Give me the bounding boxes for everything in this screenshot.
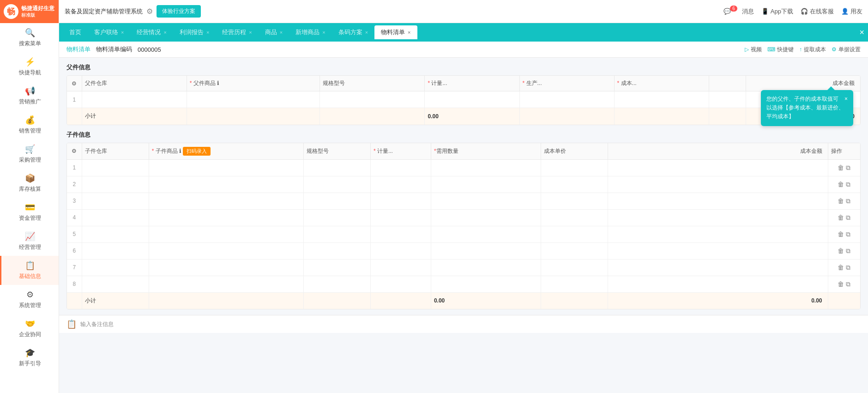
child-row-5-warehouse[interactable]: [82, 226, 149, 242]
sidebar-item-operations[interactable]: 📈经营管理: [0, 227, 59, 256]
sidebar-item-marketing[interactable]: 📢营销推广: [0, 81, 59, 110]
tab-close-profit[interactable]: ×: [206, 30, 209, 35]
copy-icon-1[interactable]: ⧉: [846, 164, 850, 172]
sidebar-item-guide[interactable]: 🎓新手引导: [0, 343, 59, 372]
delete-icon-7[interactable]: 🗑: [838, 264, 844, 272]
child-row-7-qty[interactable]: [431, 259, 541, 276]
child-row-1-spec[interactable]: [303, 159, 370, 176]
child-row-8-product[interactable]: [149, 276, 303, 292]
child-row-2-qty[interactable]: [431, 176, 541, 193]
tab-new_goods[interactable]: 新增商品×: [289, 25, 332, 39]
child-row-6-spec[interactable]: [303, 242, 370, 259]
child-row-7-unit-cost[interactable]: [541, 259, 608, 276]
sidebar-item-finance[interactable]: 💳资金管理: [0, 198, 59, 227]
child-row-5-qty[interactable]: [431, 226, 541, 242]
child-col-settings[interactable]: ⚙: [67, 143, 82, 160]
parent-row-1-unit[interactable]: [425, 91, 519, 108]
message-item[interactable]: 💬 6 消息: [723, 7, 754, 16]
child-row-2-unit-cost[interactable]: [541, 176, 608, 193]
parent-row-1-warehouse[interactable]: [82, 91, 187, 108]
child-row-5-unit[interactable]: [370, 226, 431, 242]
child-row-3-unit[interactable]: [370, 193, 431, 209]
child-row-1-warehouse[interactable]: [82, 159, 149, 176]
child-row-4-unit-cost[interactable]: [541, 209, 608, 226]
child-row-1-unit-cost[interactable]: [541, 159, 608, 176]
action-extract_cost[interactable]: ↑提取成本: [799, 46, 826, 54]
child-row-6-product[interactable]: [149, 242, 303, 259]
child-row-6-unit[interactable]: [370, 242, 431, 259]
child-row-1-qty[interactable]: [431, 159, 541, 176]
copy-icon-2[interactable]: ⧉: [846, 181, 850, 188]
child-row-8-warehouse[interactable]: [82, 276, 149, 292]
tab-bom[interactable]: 物料清单×: [374, 25, 417, 39]
child-row-4-spec[interactable]: [303, 209, 370, 226]
tab-close-barcode[interactable]: ×: [365, 30, 368, 35]
child-row-1-product[interactable]: [149, 159, 303, 176]
tab-customer[interactable]: 客户联络×: [88, 25, 130, 39]
action-single_settings[interactable]: ⚙单据设置: [832, 46, 861, 54]
child-row-2-unit[interactable]: [370, 176, 431, 193]
tab-history[interactable]: 经营历程×: [216, 25, 258, 39]
child-row-8-unit-cost[interactable]: [541, 276, 608, 292]
online-service-item[interactable]: 🎧 在线客服: [801, 7, 834, 16]
sidebar-item-enterprise[interactable]: 🤝企业协同: [0, 314, 59, 343]
tab-close-history[interactable]: ×: [249, 30, 252, 35]
app-download-item[interactable]: 📱 App下载: [761, 7, 793, 16]
child-row-5-spec[interactable]: [303, 226, 370, 242]
child-row-8-spec[interactable]: [303, 276, 370, 292]
child-row-7-product[interactable]: [149, 259, 303, 276]
child-row-3-warehouse[interactable]: [82, 193, 149, 209]
sidebar-item-purchase[interactable]: 🛒采购管理: [0, 139, 59, 169]
user-item[interactable]: 👤 用友: [841, 7, 862, 16]
tabbar-close-all[interactable]: ×: [859, 28, 864, 37]
tab-close-business[interactable]: ×: [163, 30, 166, 35]
delete-icon-1[interactable]: 🗑: [838, 164, 844, 172]
child-row-2-product[interactable]: [149, 176, 303, 193]
tab-business[interactable]: 经营情况×: [130, 25, 173, 39]
sidebar-item-sales[interactable]: 💰销售管理: [0, 110, 59, 139]
note-text[interactable]: 输入备注信息: [80, 320, 114, 328]
parent-col-settings[interactable]: ⚙: [67, 76, 82, 91]
delete-icon-4[interactable]: 🗑: [838, 214, 844, 222]
tooltip-close[interactable]: ×: [844, 95, 848, 103]
tab-goods[interactable]: 商品×: [259, 25, 289, 39]
child-row-4-qty[interactable]: [431, 209, 541, 226]
child-row-3-qty[interactable]: [431, 193, 541, 209]
delete-icon-3[interactable]: 🗑: [838, 197, 844, 205]
copy-icon-6[interactable]: ⧉: [846, 247, 850, 255]
parent-row-1-cost[interactable]: [614, 91, 709, 108]
child-row-8-qty[interactable]: [431, 276, 541, 292]
child-row-1-unit[interactable]: [370, 159, 431, 176]
delete-icon-2[interactable]: 🗑: [838, 181, 844, 188]
tab-close-goods[interactable]: ×: [280, 30, 283, 35]
delete-icon-6[interactable]: 🗑: [838, 247, 844, 255]
scan-button[interactable]: 扫码录入: [183, 147, 211, 156]
child-row-4-product[interactable]: [149, 209, 303, 226]
child-row-4-unit[interactable]: [370, 209, 431, 226]
child-row-4-warehouse[interactable]: [82, 209, 149, 226]
tab-profit[interactable]: 利润报告×: [173, 25, 216, 39]
sidebar-item-inventory[interactable]: 📦库存核算: [0, 169, 59, 198]
action-video[interactable]: ▷视频: [745, 46, 762, 54]
copy-icon-4[interactable]: ⧉: [846, 214, 850, 222]
child-row-3-spec[interactable]: [303, 193, 370, 209]
child-row-7-unit[interactable]: [370, 259, 431, 276]
tab-close-new_goods[interactable]: ×: [322, 30, 325, 35]
copy-icon-7[interactable]: ⧉: [846, 264, 850, 272]
settings-icon[interactable]: ⚙: [146, 7, 153, 16]
experience-btn[interactable]: 体验行业方案: [157, 5, 201, 18]
child-row-2-spec[interactable]: [303, 176, 370, 193]
child-row-7-warehouse[interactable]: [82, 259, 149, 276]
child-row-3-product[interactable]: [149, 193, 303, 209]
child-row-6-unit-cost[interactable]: [541, 242, 608, 259]
action-shortcut[interactable]: ⌨快捷键: [767, 46, 794, 54]
child-row-2-warehouse[interactable]: [82, 176, 149, 193]
child-row-7-spec[interactable]: [303, 259, 370, 276]
parent-row-1-product[interactable]: [187, 91, 319, 108]
delete-icon-5[interactable]: 🗑: [838, 230, 844, 238]
copy-icon-3[interactable]: ⧉: [846, 197, 850, 205]
child-row-6-warehouse[interactable]: [82, 242, 149, 259]
tab-close-bom[interactable]: ×: [408, 30, 410, 35]
sidebar-item-system[interactable]: ⚙系统管理: [0, 285, 59, 314]
sidebar-item-basic[interactable]: 📋基础信息: [0, 256, 59, 285]
